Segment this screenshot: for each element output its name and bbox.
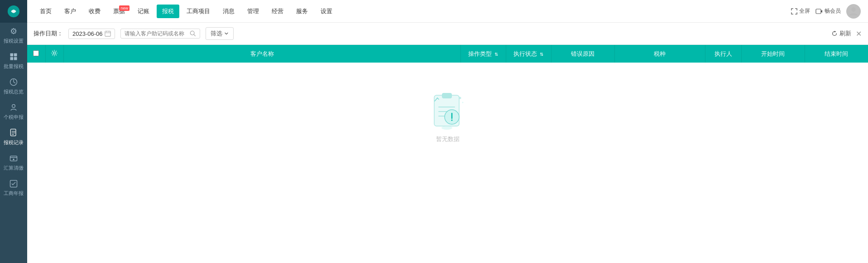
app-logo [0,0,27,23]
svg-point-30 [451,120,452,121]
th-exec-status: 执行状态 ⇅ [506,45,551,63]
empty-state-cell: 暂无数据 [27,63,868,161]
svg-line-21 [193,34,195,36]
annual-report-icon [9,179,19,189]
sidebar-item-tax-summary[interactable]: 报税总览 [0,73,27,99]
data-table-wrap: 客户名称 操作类型 ⇅ 执行状态 ⇅ 错误原因 税种 执行人 开始时间 [27,45,868,263]
th-tax-type: 税种 [614,45,705,63]
topnav-right: 全屏 畅会员 [791,4,861,19]
svg-rect-24 [442,93,452,98]
filter-button[interactable]: 筛选 [206,27,234,40]
close-button[interactable]: ✕ [856,29,862,38]
nav-invoice[interactable]: 票据 new [108,5,130,18]
refresh-button[interactable]: 刷新 [831,29,851,38]
main-area: 首页 客户 收费 票据 new 记账 报税 工商项目 消息 管理 经营 服务 设… [27,0,868,263]
member-button[interactable]: 畅会员 [815,7,841,15]
svg-rect-16 [105,31,110,36]
th-settings [45,45,63,63]
sidebar-item-remittance[interactable]: 汇算清缴 [0,150,27,175]
select-all-checkbox[interactable] [33,50,39,56]
right-actions: 刷新 ✕ [831,29,862,38]
th-error-reason: 错误原因 [551,45,614,63]
svg-rect-3 [10,57,14,60]
nav-finance[interactable]: 经营 [266,5,289,18]
individual-tax-icon [9,102,19,112]
svg-rect-4 [14,57,17,60]
nav-messages[interactable]: 消息 [217,5,240,18]
video-icon [815,8,823,15]
batch-tax-icon [9,52,19,62]
nav-items: 首页 客户 收费 票据 new 记账 报税 工商项目 消息 管理 经营 服务 设… [34,5,791,18]
user-avatar[interactable] [846,4,861,19]
svg-rect-1 [10,54,14,57]
sidebar-item-batch-tax[interactable]: 批量报税 [0,48,27,73]
tax-settings-icon: ⚙ [9,26,19,36]
date-picker[interactable]: 2023-06-06 [68,29,115,39]
nav-management[interactable]: 管理 [242,5,264,18]
op-type-sort-icon: ⇅ [494,52,498,57]
tax-summary-icon [9,77,19,87]
th-start-time: 开始时间 [741,45,805,63]
chevron-down-icon [224,31,229,36]
empty-text: 暂无数据 [436,135,460,143]
calendar-icon [105,30,111,37]
th-customer-name: 客户名称 [63,45,460,63]
settings-icon[interactable] [51,49,58,57]
svg-point-22 [53,52,56,54]
th-op-type: 操作类型 ⇅ [460,45,506,63]
sidebar-item-annual-report[interactable]: 工商年报 [0,175,27,200]
filter-bar: 操作日期： 2023-06-06 筛选 [27,23,868,45]
th-executor: 执行人 [705,45,741,63]
nav-settings[interactable]: 设置 [315,5,338,18]
svg-rect-14 [816,9,821,14]
sidebar: ⚙ 报税设置 批量报税 报税总览 [0,0,27,263]
refresh-icon [831,30,838,37]
sidebar-item-tax-record[interactable]: 报税记录 [0,124,27,150]
svg-rect-11 [10,156,17,161]
top-navigation: 首页 客户 收费 票据 new 记账 报税 工商项目 消息 管理 经营 服务 设… [27,0,868,23]
svg-point-15 [851,7,856,12]
remittance-icon [9,153,19,163]
data-table: 客户名称 操作类型 ⇅ 执行状态 ⇅ 错误原因 税种 执行人 开始时间 [27,45,868,161]
nav-service[interactable]: 服务 [291,5,313,18]
svg-rect-2 [14,54,17,57]
empty-illustration [427,90,468,135]
nav-bookkeeping[interactable]: 记账 [132,5,155,18]
exec-status-sort-icon: ⇅ [540,52,543,57]
table-body: 暂无数据 [27,63,868,161]
svg-rect-7 [10,129,16,136]
new-badge: new [119,5,129,11]
sidebar-item-individual-tax[interactable]: 个税申报 [0,99,27,124]
svg-point-6 [12,104,15,107]
page-content: 操作日期： 2023-06-06 筛选 [27,23,868,263]
svg-point-33 [459,97,461,99]
search-input[interactable] [125,30,188,37]
nav-customer[interactable]: 客户 [59,5,82,18]
nav-business[interactable]: 工商项目 [181,5,216,18]
user-avatar-icon [848,6,859,17]
fullscreen-button[interactable]: 全屏 [791,7,810,15]
sidebar-item-tax-settings[interactable]: ⚙ 报税设置 [0,23,27,48]
svg-point-12 [13,159,14,160]
date-label: 操作日期： [34,29,63,38]
tax-record-icon [9,128,19,138]
svg-point-34 [462,102,463,103]
nav-billing[interactable]: 收费 [83,5,106,18]
search-icon [190,30,196,37]
nav-home[interactable]: 首页 [34,5,57,18]
fullscreen-icon [791,8,797,15]
svg-point-35 [441,126,452,130]
table-header: 客户名称 操作类型 ⇅ 执行状态 ⇅ 错误原因 税种 执行人 开始时间 [27,45,868,63]
search-wrap [120,29,200,39]
th-checkbox [27,45,45,63]
empty-state: 暂无数据 [27,63,868,161]
th-end-time: 结束时间 [805,45,868,63]
nav-tax[interactable]: 报税 [157,5,179,18]
